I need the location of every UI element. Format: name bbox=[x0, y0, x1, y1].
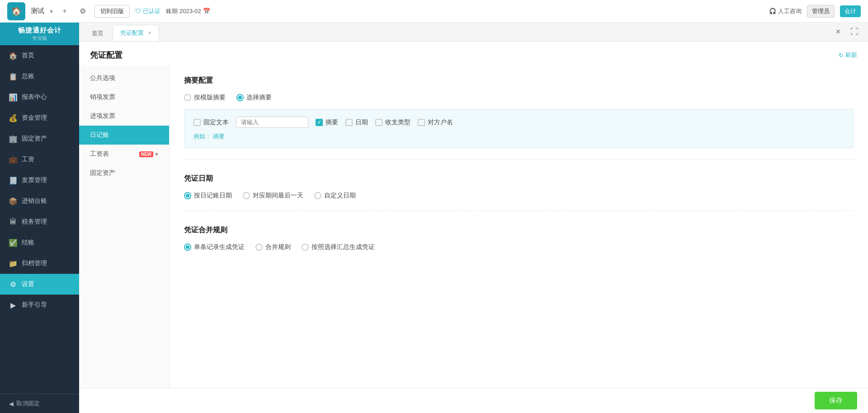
checkbox-counterpart[interactable]: 对方户名 bbox=[418, 118, 453, 127]
fixed-text-input[interactable] bbox=[236, 117, 308, 128]
project-name: 测试 bbox=[31, 7, 44, 15]
manager-btn[interactable]: 管理员 bbox=[807, 5, 835, 18]
sidebar-logo-sub: 专业版 bbox=[32, 35, 47, 42]
checkbox-box-date bbox=[345, 119, 353, 126]
tab-home[interactable]: 首页 bbox=[85, 26, 111, 41]
nav-item-fixed-assets[interactable]: 固定资产 bbox=[79, 164, 169, 183]
radio-dot-select bbox=[238, 96, 242, 99]
sidebar-item-label: 结账 bbox=[22, 239, 34, 247]
report-icon: 📊 bbox=[9, 93, 17, 101]
page-title: 凭证配置 bbox=[90, 50, 123, 61]
save-button[interactable]: 保存 bbox=[815, 392, 857, 409]
example-text: 例如： 摘要 bbox=[193, 132, 844, 141]
summary-title: 摘要配置 bbox=[184, 76, 854, 85]
tax-icon: 🏛 bbox=[9, 218, 17, 226]
topbar: 🏠 测试 ▾ ＋ ⚙ 切到旧版 🛡 已认证 账期 2023-02 📅 🎧 人工咨… bbox=[0, 0, 868, 23]
sidebar-item-label: 发票管理 bbox=[22, 176, 47, 184]
tab-voucher-config[interactable]: 凭证配置 × bbox=[113, 25, 159, 41]
sidebar-item-invoice[interactable]: 🧾 发票管理 bbox=[0, 170, 79, 191]
nav-item-journal[interactable]: 日记账 bbox=[79, 126, 169, 145]
project-dropdown-icon[interactable]: ▾ bbox=[50, 8, 53, 15]
sidebar-item-home[interactable]: 🏠 首页 bbox=[0, 45, 79, 66]
refresh-btn[interactable]: ↻ 刷新 bbox=[839, 51, 857, 59]
summary-config-row: 固定文本 ✓ 摘要 bbox=[193, 117, 844, 128]
right-panel-scroll: 摘要配置 按模版摘要 bbox=[170, 65, 868, 388]
home-icon: 🏠 bbox=[9, 52, 17, 60]
sidebar-item-settle[interactable]: ✅ 结账 bbox=[0, 232, 79, 253]
sidebar-item-label: 进销台账 bbox=[22, 197, 47, 205]
calendar-icon[interactable]: 📅 bbox=[203, 8, 210, 14]
invoice-icon: 🧾 bbox=[9, 176, 17, 184]
cancel-pin-btn[interactable]: ◀ 取消固定 bbox=[0, 394, 79, 413]
capital-icon: 💰 bbox=[9, 114, 17, 122]
payroll-expand-icon[interactable]: ▾ bbox=[155, 150, 158, 158]
radio-circle-merge bbox=[255, 244, 263, 251]
logo-icon[interactable]: 🏠 bbox=[7, 2, 25, 20]
sidebar-item-capital[interactable]: 💰 资金管理 bbox=[0, 108, 79, 128]
radio-circle-single bbox=[184, 244, 191, 251]
merge-title: 凭证合并规则 bbox=[184, 225, 854, 235]
checkbox-summary[interactable]: ✓ 摘要 bbox=[316, 118, 338, 127]
checkbox-box-summary: ✓ bbox=[316, 119, 323, 126]
consult-btn[interactable]: 🎧 人工咨询 bbox=[769, 7, 802, 15]
radio-circle-journal-date bbox=[184, 192, 191, 199]
right-panel: 摘要配置 按模版摘要 bbox=[170, 65, 868, 287]
date-section: 凭证日期 按日记账日期 bbox=[184, 174, 854, 211]
main-area: 首页 凭证配置 × × ⛶ 凭证配置 ↻ 刷新 bbox=[79, 23, 868, 413]
tab-close-icon[interactable]: × bbox=[148, 30, 151, 36]
nav-item-sales-invoice[interactable]: 销项发票 bbox=[79, 88, 169, 107]
radio-custom-date[interactable]: 自定义日期 bbox=[314, 192, 356, 200]
sidebar-item-trade[interactable]: 📦 进销台账 bbox=[0, 191, 79, 211]
sidebar: 畅捷通好会计 专业版 🏠 首页 📋 总账 📊 报表中心 💰 资金管理 🏢 bbox=[0, 23, 79, 413]
nav-item-payroll[interactable]: 工资表 NEW ▾ bbox=[79, 145, 169, 164]
new-badge: NEW bbox=[139, 151, 153, 157]
merge-radio-group: 单条记录生成凭证 合并规则 按照选择汇总生成凭证 bbox=[184, 243, 854, 251]
checkbox-date[interactable]: 日期 bbox=[345, 118, 368, 127]
ledger-icon: 📋 bbox=[9, 72, 17, 80]
sidebar-item-asset[interactable]: 🏢 固定资产 bbox=[0, 128, 79, 149]
radio-single-record[interactable]: 单条记录生成凭证 bbox=[184, 243, 245, 251]
expand-window-icon[interactable]: ⛶ bbox=[848, 26, 861, 38]
inner-layout: 公共选项 销项发票 进项发票 日记账 工资表 NEW bbox=[79, 65, 868, 388]
content-area: 凭证配置 ↻ 刷新 公共选项 销项发票 进项发票 bbox=[79, 42, 868, 413]
sidebar-item-label: 新手引导 bbox=[22, 301, 47, 309]
radio-period-last[interactable]: 对应期间最后一天 bbox=[243, 192, 303, 200]
radio-journal-date[interactable]: 按日记账日期 bbox=[184, 192, 232, 200]
nav-item-public[interactable]: 公共选项 bbox=[79, 69, 169, 88]
sidebar-item-label: 报表中心 bbox=[22, 93, 47, 101]
sidebar-item-label: 税务管理 bbox=[22, 218, 47, 226]
sidebar-logo-text: 畅捷通好会计 bbox=[18, 26, 61, 35]
switch-to-old-btn[interactable]: 切到旧版 bbox=[94, 5, 130, 18]
settings-icon[interactable]: ⚙ bbox=[76, 5, 89, 18]
sidebar-item-label: 资金管理 bbox=[22, 114, 47, 122]
sidebar-item-label: 总账 bbox=[22, 72, 34, 80]
sidebar-item-wage[interactable]: 💼 工资 bbox=[0, 149, 79, 170]
sidebar-item-report[interactable]: 📊 报表中心 bbox=[0, 87, 79, 108]
accountant-btn[interactable]: 会计 bbox=[840, 5, 861, 17]
nav-item-purchase-invoice[interactable]: 进项发票 bbox=[79, 107, 169, 126]
radio-circle-select bbox=[236, 94, 244, 101]
left-nav: 公共选项 销项发票 进项发票 日记账 工资表 NEW bbox=[79, 65, 170, 388]
checkbox-fixed-text[interactable]: 固定文本 bbox=[193, 118, 229, 127]
close-window-icon[interactable]: × bbox=[832, 26, 844, 38]
period-info: 账期 2023-02 📅 bbox=[166, 7, 210, 15]
sidebar-item-guide[interactable]: ▶ 新手引导 bbox=[0, 295, 79, 315]
sidebar-item-archive[interactable]: 📁 归档管理 bbox=[0, 253, 79, 274]
sidebar-logo: 畅捷通好会计 专业版 bbox=[0, 23, 79, 45]
radio-select-merge[interactable]: 按照选择汇总生成凭证 bbox=[302, 243, 375, 251]
radio-circle-custom bbox=[314, 192, 321, 199]
sidebar-item-label: 固定资产 bbox=[22, 135, 47, 143]
radio-select-summary[interactable]: 选择摘要 bbox=[236, 94, 272, 102]
radio-template-summary[interactable]: 按模版摘要 bbox=[184, 94, 226, 102]
checkbox-income-type[interactable]: 收支类型 bbox=[375, 118, 410, 127]
add-icon[interactable]: ＋ bbox=[58, 5, 71, 18]
radio-circle-period-last bbox=[243, 192, 250, 199]
merge-section: 凭证合并规则 单条记录生成凭证 bbox=[184, 225, 854, 262]
radio-dot-single bbox=[186, 245, 189, 249]
radio-merge-rule[interactable]: 合并规则 bbox=[255, 243, 291, 251]
sidebar-item-tax[interactable]: 🏛 税务管理 bbox=[0, 211, 79, 232]
sidebar-item-ledger[interactable]: 📋 总账 bbox=[0, 66, 79, 87]
summary-section: 摘要配置 按模版摘要 bbox=[184, 76, 854, 160]
wage-icon: 💼 bbox=[9, 155, 17, 164]
sidebar-item-settings[interactable]: ⚙ 设置 bbox=[0, 274, 79, 295]
